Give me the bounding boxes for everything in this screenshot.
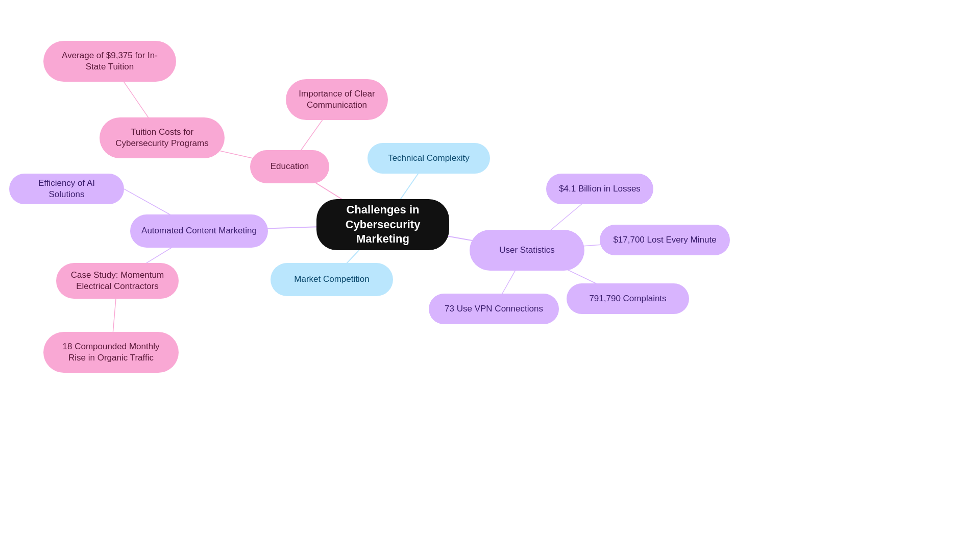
technical-label: Technical Complexity [388,153,470,164]
automated-node: Automated Content Marketing [130,214,268,248]
user-label: User Statistics [499,245,555,256]
efficiency-node: Efficiency of AI Solutions [9,174,124,204]
billion-node: $4.1 Billion in Losses [546,174,653,204]
center-label: Challenges in Cybersecurity Marketing [327,203,439,247]
tuition-label: Tuition Costs for Cybersecurity Programs [110,127,214,149]
compounded-label: 18 Compounded Monthly Rise in Organic Tr… [54,341,168,364]
casestudy-node: Case Study: Momentum Electrical Contract… [56,263,179,299]
efficiency-label: Efficiency of AI Solutions [19,178,114,200]
market-label: Market Competition [294,274,369,285]
lost-node: $17,700 Lost Every Minute [600,225,730,255]
complaints-node: 791,790 Complaints [567,283,689,314]
lost-label: $17,700 Lost Every Minute [613,234,716,246]
market-node: Market Competition [271,263,393,296]
automated-label: Automated Content Marketing [141,225,257,236]
vpn-label: 73 Use VPN Connections [445,303,543,315]
technical-node: Technical Complexity [368,143,490,174]
center-node: Challenges in Cybersecurity Marketing [316,199,449,250]
average-node: Average of $9,375 for In-State Tuition [43,41,176,82]
user-node: User Statistics [470,230,584,271]
tuition-node: Tuition Costs for Cybersecurity Programs [100,117,225,158]
vpn-node: 73 Use VPN Connections [429,294,559,324]
billion-label: $4.1 Billion in Losses [559,183,641,195]
complaints-label: 791,790 Complaints [589,293,666,304]
average-label: Average of $9,375 for In-State Tuition [54,50,166,73]
education-label: Education [271,161,309,172]
importance-label: Importance of Clear Communication [296,88,378,111]
importance-node: Importance of Clear Communication [286,79,388,120]
casestudy-label: Case Study: Momentum Electrical Contract… [66,270,168,292]
education-node: Education [250,150,329,183]
compounded-node: 18 Compounded Monthly Rise in Organic Tr… [43,332,179,373]
